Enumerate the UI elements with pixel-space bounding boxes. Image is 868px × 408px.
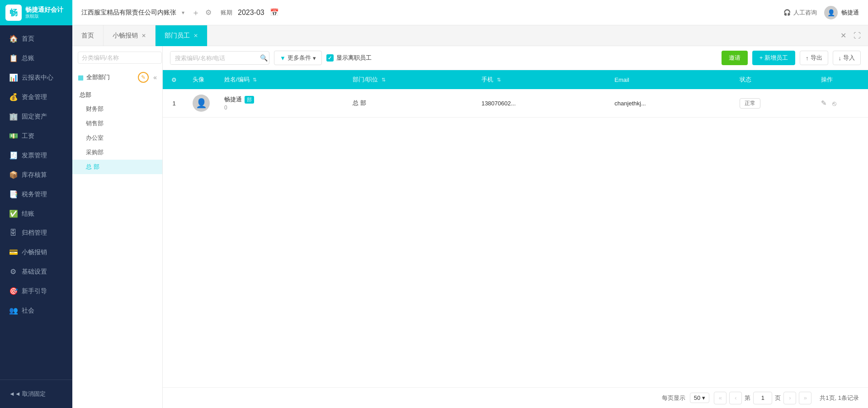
sidebar-item-archive[interactable]: 🗄 归档管理 [0, 223, 72, 242]
funds-icon: 💰 [9, 93, 17, 101]
root-dept-label[interactable]: 总部 [72, 88, 162, 102]
export-button[interactable]: ↑ 导出 [800, 51, 828, 65]
support-button[interactable]: 🎧 人工咨询 [783, 9, 817, 17]
cancel-fixed-button[interactable]: ◄◄ 取消固定 [0, 385, 72, 403]
row-phone: 138070602... [474, 89, 607, 118]
all-dept-label: 全部部门 [86, 73, 135, 81]
sidebar-item-salary[interactable]: 💵 工资 [0, 126, 72, 146]
expense-icon: 💳 [9, 248, 17, 256]
sidebar-item-guide[interactable]: 🎯 新手引导 [0, 281, 72, 301]
tab-expense-close-icon[interactable]: ✕ [142, 33, 146, 39]
import-button[interactable]: ↓ 导入 [833, 51, 861, 65]
sidebar-item-home[interactable]: 🏠 首页 [0, 29, 72, 48]
col-dept[interactable]: 部门/职位 ⇅ [345, 70, 474, 89]
topbar-right: 🎧 人工咨询 👤 畅捷通 [783, 6, 859, 19]
tab-department-close-icon[interactable]: ✕ [193, 33, 198, 39]
user-name: 畅捷通 [841, 9, 859, 17]
col-email: Email [607, 70, 732, 89]
sidebar-item-inventory[interactable]: 📦 库存核算 [0, 165, 72, 185]
sidebar-item-label: 总账 [22, 54, 34, 62]
collapse-icon[interactable]: « [153, 74, 157, 81]
period-value[interactable]: 2023-03 [238, 9, 264, 17]
page-label-pre: 第 [745, 394, 750, 402]
sidebar-item-report[interactable]: 📊 云报表中心 [0, 68, 72, 87]
add-employee-button[interactable]: + 新增员工 [752, 51, 795, 65]
gear-icon[interactable]: ⚙ [205, 8, 212, 17]
tree-item-office[interactable]: 办公室 [72, 131, 162, 145]
row-dept: 总 部 [345, 89, 474, 118]
export-icon: ↑ [806, 55, 809, 62]
show-resigned-checkbox[interactable] [326, 54, 334, 62]
dept-search-input[interactable] [78, 52, 162, 64]
invoice-icon: 🧾 [9, 151, 17, 160]
grid-icon: ▦ [78, 74, 84, 81]
employee-search-input[interactable] [170, 52, 255, 64]
per-page-chevron-icon: ▾ [702, 394, 705, 401]
last-page-button[interactable]: » [799, 392, 811, 404]
per-page-select[interactable]: 50 ▾ [690, 393, 709, 403]
main-area: 江西服宝精品有限责任公司内账张 ▾ ＋ ⚙ 账期 2023-03 📅 🎧 人工咨… [72, 0, 868, 408]
sidebar-item-label: 基础设置 [22, 268, 47, 276]
filter-button[interactable]: ▼ 更多条件 ▾ [274, 51, 322, 65]
archive-icon: 🗄 [9, 229, 17, 237]
invite-button[interactable]: 邀请 [722, 51, 748, 65]
col-name[interactable]: 姓名/编码 ⇅ [217, 70, 345, 89]
tab-expense[interactable]: 小畅报销 ✕ [104, 25, 156, 46]
home-icon: 🏠 [9, 34, 17, 43]
tab-home-label: 首页 [81, 32, 94, 40]
avatar: 👤 [824, 6, 838, 19]
sidebar-bottom: ◄◄ 取消固定 [0, 380, 72, 408]
expand-icon[interactable]: ⛶ [852, 30, 863, 42]
tree-item-purchase[interactable]: 采购部 [72, 145, 162, 160]
page-number-input[interactable] [753, 392, 772, 404]
employee-toolbar: 🔍 ▼ 更多条件 ▾ 显示离职员工 邀请 + 新增员工 ↑ 导出 [163, 46, 868, 70]
logout-icon[interactable]: ⎋ [832, 100, 836, 107]
company-dropdown-icon[interactable]: ▾ [182, 9, 184, 16]
close-window-icon[interactable]: ✕ [839, 29, 848, 42]
sidebar-item-label: 小畅报销 [22, 248, 47, 256]
all-dept-row[interactable]: ▦ 全部部门 ✎ « [72, 68, 162, 86]
edit-dept-icon[interactable]: ✎ [138, 72, 149, 83]
calendar-icon[interactable]: 📅 [270, 8, 279, 17]
user-info[interactable]: 👤 畅捷通 [824, 6, 859, 19]
sidebar-item-label: 首页 [22, 35, 34, 43]
col-settings[interactable]: ⚙ [163, 70, 185, 89]
sidebar-item-social[interactable]: 👥 社会 [0, 301, 72, 320]
sidebar-item-ledger[interactable]: 📋 总账 [0, 48, 72, 68]
sidebar-item-label: 社会 [22, 307, 34, 315]
logo-icon: 畅 [5, 5, 22, 21]
per-page-value: 50 [694, 394, 700, 401]
edit-icon[interactable]: ✎ [821, 99, 827, 107]
tree-item-general[interactable]: 总 部 [72, 160, 162, 174]
tree-item-sales[interactable]: 销售部 [72, 116, 162, 131]
sidebar-item-funds[interactable]: 💰 资金管理 [0, 87, 72, 107]
employee-code: 0 [224, 104, 338, 111]
tab-home[interactable]: 首页 [72, 25, 104, 46]
page-label-post: 页 [775, 394, 781, 402]
content-area: 🔍 ▦ 全部部门 ✎ « 总部 财务部 销售部 办公室 采购部 总 部 [72, 46, 868, 408]
headset-icon: 🎧 [783, 9, 791, 16]
add-company-icon[interactable]: ＋ [192, 7, 200, 18]
sidebar-item-label: 归档管理 [22, 229, 47, 237]
prev-page-button[interactable]: ‹ [729, 392, 742, 404]
sidebar-item-settings[interactable]: ⚙ 基础设置 [0, 262, 72, 281]
sidebar-item-settle[interactable]: ✅ 结账 [0, 204, 72, 223]
tree-item-finance[interactable]: 财务部 [72, 102, 162, 116]
tab-department[interactable]: 部门员工 ✕ [156, 25, 208, 46]
first-page-button[interactable]: « [714, 392, 726, 404]
status-badge: 正常 [740, 98, 760, 109]
sidebar-item-expense[interactable]: 💳 小畅报销 [0, 242, 72, 262]
sidebar-item-assets[interactable]: 🏢 固定资产 [0, 107, 72, 126]
sidebar: 畅 畅捷通好会计 旗舰版 🏠 首页 📋 总账 📊 云报表中心 💰 资金管理 🏢 … [0, 0, 72, 408]
next-page-button[interactable]: › [783, 392, 796, 404]
show-resigned-toggle[interactable]: 显示离职员工 [326, 54, 372, 62]
cancel-fixed-label: ◄◄ 取消固定 [9, 390, 46, 398]
export-label: 导出 [811, 54, 822, 62]
sidebar-item-invoice[interactable]: 🧾 发票管理 [0, 146, 72, 165]
import-icon: ↓ [839, 55, 842, 62]
search-icon[interactable]: 🔍 [255, 52, 269, 64]
employee-table: ⚙ 头像 姓名/编码 ⇅ 部门/职位 ⇅ 手机 [163, 70, 868, 118]
col-phone[interactable]: 手机 ⇅ [474, 70, 607, 89]
row-status-cell: 正常 [732, 89, 814, 118]
sidebar-item-tax[interactable]: 📑 税务管理 [0, 185, 72, 204]
